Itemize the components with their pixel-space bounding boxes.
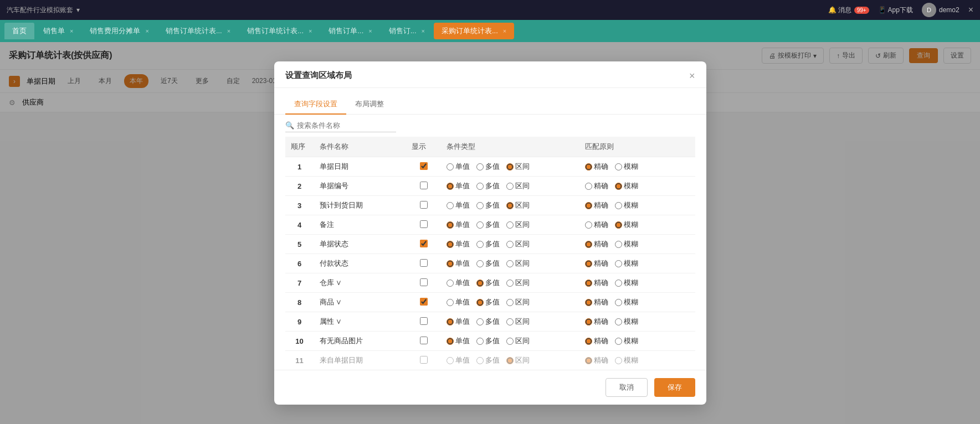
type-radio-区间[interactable]: 区间 (506, 239, 530, 249)
type-radio-input-区间[interactable] (506, 299, 514, 306)
type-radio-input-多值[interactable] (476, 338, 484, 345)
type-radio-input-单值[interactable] (447, 202, 454, 209)
tab-query-fields[interactable]: 查询字段设置 (285, 95, 346, 115)
type-radio-单值[interactable]: 单值 (447, 239, 470, 249)
tab-5[interactable]: 销售订单... × (321, 23, 379, 39)
tab-sales-order[interactable]: 销售单 × (35, 23, 81, 39)
tab-sales-expense[interactable]: 销售费用分摊单 × (82, 23, 156, 39)
type-radio-input-多值[interactable] (476, 221, 484, 229)
type-radio-input-单值[interactable] (447, 299, 454, 306)
match-radio-模糊[interactable]: 模糊 (615, 336, 638, 346)
type-radio-单值[interactable]: 单值 (447, 336, 470, 346)
match-radio-input-精确[interactable] (585, 221, 592, 229)
type-radio-input-多值[interactable] (476, 260, 484, 267)
type-radio-区间[interactable]: 区间 (506, 336, 530, 346)
match-radio-input-精确[interactable] (585, 318, 592, 325)
match-radio-模糊[interactable]: 模糊 (615, 258, 638, 268)
match-radio-精确[interactable]: 精确 (585, 258, 608, 268)
match-radio-input-模糊[interactable] (615, 280, 622, 287)
type-radio-多值[interactable]: 多值 (476, 355, 500, 365)
match-radio-input-精确[interactable] (585, 299, 592, 306)
type-radio-input-多值[interactable] (476, 280, 484, 287)
cancel-btn[interactable]: 取消 (606, 378, 648, 397)
tab-purchase-close[interactable]: × (503, 28, 506, 34)
type-radio-input-单值[interactable] (447, 318, 454, 325)
show-checkbox[interactable] (420, 220, 428, 228)
user-avatar[interactable]: D demo2 (922, 3, 960, 17)
modal-close-btn[interactable]: × (689, 71, 695, 81)
type-radio-区间[interactable]: 区间 (506, 258, 530, 268)
match-radio-精确[interactable]: 精确 (585, 317, 608, 327)
match-radio-精确[interactable]: 精确 (585, 162, 608, 172)
show-checkbox[interactable] (420, 201, 428, 209)
type-radio-input-多值[interactable] (476, 202, 484, 209)
match-radio-input-精确[interactable] (585, 183, 592, 190)
match-radio-input-精确[interactable] (585, 241, 592, 248)
type-radio-input-多值[interactable] (476, 318, 484, 325)
type-radio-单值[interactable]: 单值 (447, 200, 470, 210)
match-radio-input-模糊[interactable] (615, 202, 622, 209)
match-radio-模糊[interactable]: 模糊 (615, 297, 638, 307)
type-radio-多值[interactable]: 多值 (476, 162, 500, 172)
type-radio-多值[interactable]: 多值 (476, 181, 500, 191)
match-radio-模糊[interactable]: 模糊 (615, 200, 638, 210)
type-radio-单值[interactable]: 单值 (447, 317, 470, 327)
type-radio-input-区间[interactable] (506, 163, 514, 170)
type-radio-单值[interactable]: 单值 (447, 355, 470, 365)
match-radio-精确[interactable]: 精确 (585, 200, 608, 210)
match-radio-模糊[interactable]: 模糊 (615, 239, 638, 249)
tab-layout-adjust[interactable]: 布局调整 (346, 95, 393, 115)
match-radio-input-模糊[interactable] (615, 260, 622, 267)
tab-6-close[interactable]: × (422, 28, 425, 34)
match-radio-input-模糊[interactable] (615, 299, 622, 306)
type-radio-input-区间[interactable] (506, 260, 514, 267)
type-radio-多值[interactable]: 多值 (476, 297, 500, 307)
match-radio-input-精确[interactable] (585, 260, 592, 267)
show-checkbox[interactable] (420, 162, 428, 170)
type-radio-input-区间[interactable] (506, 357, 514, 364)
type-radio-input-多值[interactable] (476, 163, 484, 170)
type-radio-多值[interactable]: 多值 (476, 220, 500, 230)
match-radio-input-模糊[interactable] (615, 183, 622, 190)
type-radio-input-区间[interactable] (506, 202, 514, 209)
match-radio-input-模糊[interactable] (615, 241, 622, 248)
match-radio-精确[interactable]: 精确 (585, 297, 608, 307)
type-radio-input-多值[interactable] (476, 241, 484, 248)
type-radio-多值[interactable]: 多值 (476, 258, 500, 268)
show-checkbox[interactable] (420, 317, 428, 325)
type-radio-区间[interactable]: 区间 (506, 162, 530, 172)
type-radio-多值[interactable]: 多值 (476, 278, 500, 288)
type-radio-input-单值[interactable] (447, 163, 454, 170)
type-radio-input-多值[interactable] (476, 183, 484, 190)
type-radio-区间[interactable]: 区间 (506, 355, 530, 365)
match-radio-input-精确[interactable] (585, 357, 592, 364)
app-download-btn[interactable]: 📱 App下载 (878, 6, 913, 15)
show-checkbox[interactable] (420, 278, 428, 286)
match-radio-精确[interactable]: 精确 (585, 278, 608, 288)
match-radio-input-精确[interactable] (585, 163, 592, 170)
match-radio-input-模糊[interactable] (615, 357, 622, 364)
type-radio-区间[interactable]: 区间 (506, 278, 530, 288)
match-radio-精确[interactable]: 精确 (585, 239, 608, 249)
match-radio-模糊[interactable]: 模糊 (615, 220, 638, 230)
match-radio-input-模糊[interactable] (615, 221, 622, 229)
show-checkbox[interactable] (420, 337, 428, 344)
match-radio-input-模糊[interactable] (615, 318, 622, 325)
match-radio-模糊[interactable]: 模糊 (615, 278, 638, 288)
type-radio-input-区间[interactable] (506, 241, 514, 248)
match-radio-input-精确[interactable] (585, 338, 592, 345)
tab-6[interactable]: 销售订... × (381, 23, 433, 39)
type-radio-input-单值[interactable] (447, 241, 454, 248)
match-radio-模糊[interactable]: 模糊 (615, 162, 638, 172)
type-radio-单值[interactable]: 单值 (447, 220, 470, 230)
tab-4-close[interactable]: × (309, 28, 312, 34)
type-radio-input-区间[interactable] (506, 338, 514, 345)
tab-purchase-stats[interactable]: 采购订单统计表... × (434, 23, 514, 39)
type-radio-单值[interactable]: 单值 (447, 297, 470, 307)
search-input[interactable] (297, 121, 386, 130)
match-radio-input-模糊[interactable] (615, 163, 622, 170)
tab-sales-order-close[interactable]: × (70, 28, 73, 34)
notification-btn[interactable]: 🔔 消息 99+ (828, 6, 869, 15)
type-radio-input-单值[interactable] (447, 338, 454, 345)
tab-sales-stats[interactable]: 销售订单统计表... × (158, 23, 238, 39)
